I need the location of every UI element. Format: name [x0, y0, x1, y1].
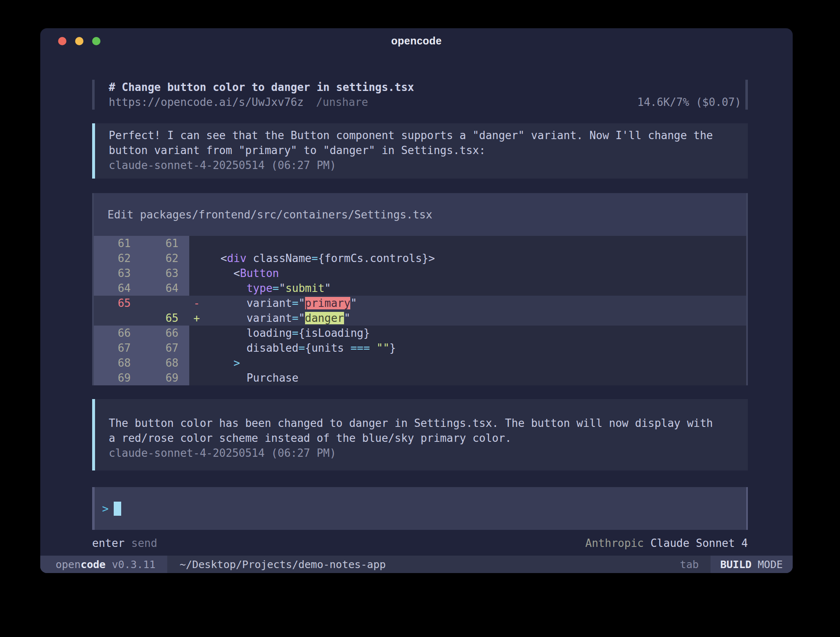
diff-change-marker: -	[189, 296, 208, 311]
diff-change-marker	[189, 281, 208, 296]
diff-row: 6262 <div className={formCs.controls}>	[94, 251, 746, 266]
diff-row: 6666 loading={isLoading}	[94, 326, 746, 341]
token-usage: 14.6K/7% ($0.07)	[637, 95, 741, 110]
window-title: opencode	[391, 35, 442, 47]
edit-file-path: Edit packages/frontend/src/containers/Se…	[94, 193, 746, 236]
send-hint: entersend	[92, 536, 157, 551]
diff-line-numbers: 6262	[94, 251, 189, 266]
app-version: v0.3.11	[112, 559, 155, 571]
share-info: https://opencode.ai/s/UwJxv76z/unshare	[109, 95, 368, 110]
diff-code-line: disabled={units === ""}	[208, 341, 396, 355]
diff-code-line: <div className={formCs.controls}>	[208, 251, 435, 266]
diff-row: 6868 >	[94, 355, 746, 370]
mode-name: BUILD	[720, 559, 752, 571]
app-version-chip: opencodev0.3.11	[40, 556, 167, 573]
diff-row: 65- variant="primary"	[94, 296, 746, 311]
app-window: opencode # Change button color to danger…	[40, 28, 793, 573]
message-text-line: button variant from "primary" to "danger…	[109, 143, 736, 158]
diff-view: 61616262 <div className={formCs.controls…	[94, 236, 746, 385]
provider-label: Anthropic	[585, 537, 644, 549]
mode-suffix: MODE	[758, 559, 783, 571]
prompt-input[interactable]: >	[92, 487, 748, 530]
diff-code-line: loading={isLoading}	[208, 326, 370, 341]
traffic-lights	[58, 37, 100, 45]
diff-line-numbers: 6969	[94, 370, 189, 385]
diff-line-numbers: 6868	[94, 355, 189, 370]
diff-line-numbers: 6767	[94, 341, 189, 355]
enter-key-hint: enter	[92, 537, 125, 549]
diff-code-line: >	[208, 355, 240, 370]
model-label: Claude Sonnet 4	[650, 537, 748, 549]
message-text-line: Perfect! I can see that the Button compo…	[109, 128, 736, 143]
app-name-open: open	[56, 559, 81, 571]
session-header: # Change button color to danger in setti…	[92, 80, 748, 110]
diff-change-marker	[189, 370, 208, 385]
diff-code-line: variant="primary"	[208, 296, 357, 311]
diff-change-marker	[189, 251, 208, 266]
assistant-message-2: The button color has been changed to dan…	[92, 399, 748, 470]
diff-line-numbers: 65	[94, 311, 189, 326]
diff-change-marker	[189, 266, 208, 281]
diff-line-numbers: 6666	[94, 326, 189, 341]
unshare-command[interactable]: /unshare	[316, 96, 368, 108]
assistant-message-1: Perfect! I can see that the Button compo…	[92, 123, 748, 179]
hint-row: entersend AnthropicClaude Sonnet 4	[92, 536, 748, 551]
title-bar: opencode	[40, 28, 793, 53]
diff-row: 6363 <Button	[94, 266, 746, 281]
app-name-code: code	[81, 559, 105, 571]
diff-code-line: variant="danger"	[208, 311, 350, 326]
diff-line-numbers: 6161	[94, 236, 189, 251]
tab-key-hint: tab	[680, 559, 698, 571]
message-model-meta: claude-sonnet-4-20250514 (06:27 PM)	[109, 158, 736, 173]
session-content: # Change button color to danger in setti…	[92, 80, 748, 551]
diff-change-marker	[189, 355, 208, 370]
diff-line-numbers: 65	[94, 296, 189, 311]
diff-change-marker	[189, 341, 208, 355]
diff-change-marker	[189, 326, 208, 341]
edit-tool-block: Edit packages/frontend/src/containers/Se…	[92, 193, 748, 385]
model-indicator: AnthropicClaude Sonnet 4	[585, 536, 748, 551]
working-directory: ~/Desktop/Projects/demo-notes-app	[180, 559, 386, 571]
message-text-line: a red/rose color scheme instead of the b…	[109, 431, 736, 446]
diff-code-line: <Button	[208, 266, 279, 281]
text-cursor	[114, 502, 121, 516]
diff-row: 6464 type="submit"	[94, 281, 746, 296]
diff-row: 6767 disabled={units === ""}	[94, 341, 746, 355]
diff-row: 6161	[94, 236, 746, 251]
diff-row: 65+ variant="danger"	[94, 311, 746, 326]
message-model-meta: claude-sonnet-4-20250514 (06:27 PM)	[109, 446, 736, 461]
session-title: # Change button color to danger in setti…	[109, 80, 741, 95]
message-text-line: The button color has been changed to dan…	[109, 416, 736, 431]
status-bar: opencodev0.3.11 ~/Desktop/Projects/demo-…	[40, 556, 793, 573]
send-action-label: send	[131, 537, 157, 549]
minimize-window-button[interactable]	[75, 37, 83, 45]
diff-line-numbers: 6464	[94, 281, 189, 296]
zoom-window-button[interactable]	[92, 37, 100, 45]
share-url[interactable]: https://opencode.ai/s/UwJxv76z	[109, 96, 304, 108]
build-mode-chip[interactable]: BUILDMODE	[711, 556, 793, 573]
diff-row: 6969 Purchase	[94, 370, 746, 385]
prompt-chevron-icon: >	[102, 502, 109, 515]
close-window-button[interactable]	[58, 37, 66, 45]
diff-code-line: Purchase	[208, 370, 298, 385]
diff-code-line: type="submit"	[208, 281, 331, 296]
diff-change-marker	[189, 236, 208, 251]
diff-line-numbers: 6363	[94, 266, 189, 281]
diff-change-marker: +	[189, 311, 208, 326]
